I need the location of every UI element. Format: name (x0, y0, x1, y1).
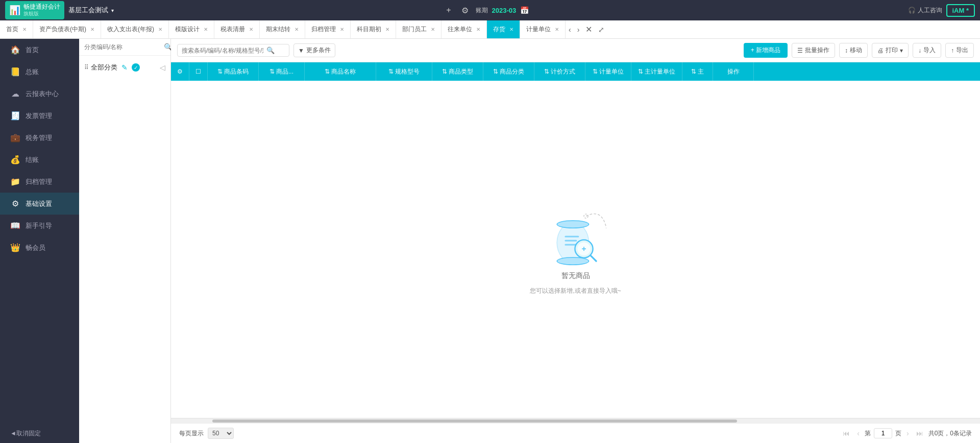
tab-balance-label: 资产负债表(中期) (39, 25, 86, 34)
sidebar-item-home-label: 首页 (26, 45, 39, 55)
page-last-button[interactable]: ⏭ (914, 428, 925, 438)
tab-period-close-close[interactable]: ✕ (295, 27, 299, 32)
tab-next-button[interactable]: › (574, 26, 583, 34)
tab-income-close[interactable]: ✕ (158, 27, 162, 32)
print-icon: 🖨 (877, 47, 884, 54)
th-pricing-label: 计价方式 (551, 67, 575, 76)
import-button[interactable]: ↓ 导入 (913, 43, 941, 58)
svg-point-7 (557, 221, 589, 227)
page-input[interactable] (874, 428, 892, 438)
tab-prev-button[interactable]: ‹ (566, 26, 574, 34)
workspace-dropdown-icon[interactable]: ▾ (111, 8, 114, 13)
th-mainunit[interactable]: ⇅ 主计量单位 (631, 62, 682, 81)
sidebar-item-ledger[interactable]: 📒 总账 (0, 61, 79, 83)
tab-tax[interactable]: 税表清册 ✕ (214, 20, 260, 38)
sidebar-item-cloud[interactable]: ☁ 云报表中心 (0, 83, 79, 105)
tab-measure-close[interactable]: ✕ (555, 27, 559, 32)
sidebar-item-tax[interactable]: 💼 税务管理 (0, 127, 79, 149)
horizontal-scrollbar[interactable] (171, 418, 980, 423)
tab-contacts[interactable]: 往来单位 ✕ (442, 20, 487, 38)
category-search-input[interactable] (84, 43, 161, 51)
tab-expand-button[interactable]: ⤢ (595, 26, 607, 34)
sidebar-item-tax-label: 税务管理 (26, 133, 52, 143)
workspace-name[interactable]: 基层工会测试 ▾ (68, 6, 439, 15)
sidebar-item-member[interactable]: 👑 畅会员 (0, 237, 79, 259)
th-settings[interactable]: ⚙ (171, 62, 189, 81)
iam-button[interactable]: iAM * (946, 4, 975, 17)
tab-home[interactable]: 首页 ✕ (0, 20, 33, 38)
sidebar-item-archive[interactable]: 📁 归档管理 (0, 171, 79, 193)
page-unit: 页 (895, 429, 901, 438)
sidebar-cancel-fixed[interactable]: ◄取消固定 (0, 424, 79, 443)
tab-inventory[interactable]: 存货 ✕ (487, 20, 520, 38)
add-tab-button[interactable]: + (443, 5, 454, 16)
scrollbar-thumb[interactable] (212, 419, 737, 423)
tab-balance-close[interactable]: ✕ (90, 27, 94, 32)
sidebar-item-invoice[interactable]: 🧾 发票管理 (0, 105, 79, 127)
tab-archive-close[interactable]: ✕ (340, 27, 344, 32)
category-edit-btn[interactable]: ✓ (132, 63, 140, 72)
settings-button[interactable]: ⚙ (458, 5, 472, 16)
page-next-button[interactable]: › (904, 428, 911, 438)
sidebar-item-checkout[interactable]: 💰 结账 (0, 149, 79, 171)
sidebar-item-guide[interactable]: 📖 新手引导 (0, 215, 79, 237)
help-button[interactable]: 🎧 人工咨询 (908, 6, 942, 15)
tab-department-close[interactable]: ✕ (431, 27, 435, 32)
th-category[interactable]: ⇅ 商品分类 (483, 62, 534, 81)
calendar-icon[interactable]: 📅 (520, 6, 529, 14)
move-button[interactable]: ↕ 移动 (839, 43, 868, 58)
page-prev-button[interactable]: ‹ (855, 428, 862, 438)
top-bar: 📊 畅捷通好会计 旗舰版 基层工会测试 ▾ + ⚙ 账期 2023-03 📅 🎧… (0, 0, 980, 20)
tab-home-close[interactable]: ✕ (22, 27, 27, 32)
tab-archive[interactable]: 归档管理 ✕ (305, 20, 351, 38)
th-name[interactable]: ⇅ 商品名称 (305, 62, 376, 81)
th-code[interactable]: ⇅ 商品... (259, 62, 305, 81)
tab-template[interactable]: 模版设计 ✕ (169, 20, 214, 38)
tab-close-all-button[interactable]: ✕ (582, 25, 595, 34)
th-unit[interactable]: ⇅ 计量单位 (585, 62, 631, 81)
tab-subject[interactable]: 科目期初 ✕ (351, 20, 396, 38)
tab-inventory-close[interactable]: ✕ (509, 27, 513, 32)
settings-icon: ⚙ (10, 199, 20, 208)
sidebar-item-settings[interactable]: ⚙ 基础设置 (0, 193, 79, 215)
tab-period-close[interactable]: 期末结转 ✕ (260, 20, 305, 38)
sidebar-item-member-label: 畅会员 (26, 243, 45, 252)
th-extra[interactable]: ⇅ 主 (682, 62, 713, 81)
sidebar-item-archive-label: 归档管理 (26, 177, 52, 186)
add-product-label: + 新增商品 (751, 46, 780, 55)
th-checkbox[interactable]: ☐ (189, 62, 208, 81)
empty-state: 暂无商品 您可以选择新增,或者直接导入哦~ (530, 204, 621, 295)
tree-grid-icon: ⠿ (84, 64, 89, 71)
product-search-input[interactable] (182, 47, 263, 54)
tab-contacts-close[interactable]: ✕ (476, 27, 480, 32)
sidebar-item-home[interactable]: 🏠 首页 (0, 39, 79, 61)
sidebar: 🏠 首页 📒 总账 ☁ 云报表中心 🧾 发票管理 💼 税务管理 💰 结账 📁 归… (0, 39, 79, 443)
batch-button[interactable]: ☰ 批量操作 (792, 43, 835, 58)
tab-income[interactable]: 收入支出表(年报) ✕ (101, 20, 169, 38)
category-edit-icon[interactable]: ✎ (121, 63, 128, 72)
product-search-icon[interactable]: 🔍 (266, 46, 275, 54)
tab-subject-close[interactable]: ✕ (385, 27, 389, 32)
svg-rect-3 (565, 236, 579, 237)
page-size-select[interactable]: 50 20 100 (208, 428, 234, 439)
more-filter-button[interactable]: ▼ 更多条件 (293, 43, 335, 57)
tab-inventory-label: 存货 (493, 25, 505, 34)
tab-tax-close[interactable]: ✕ (249, 27, 253, 32)
th-pricing[interactable]: ⇅ 计价方式 (534, 62, 585, 81)
th-barcode[interactable]: ⇅ 商品条码 (208, 62, 259, 81)
th-type[interactable]: ⇅ 商品类型 (432, 62, 483, 81)
tree-collapse-icon[interactable]: ◁ (160, 63, 165, 72)
th-spec[interactable]: ⇅ 规格型号 (376, 62, 432, 81)
export-button[interactable]: ↑ 导出 (945, 43, 974, 58)
page-first-button[interactable]: ⏮ (841, 428, 852, 438)
print-button[interactable]: 🖨 打印 ▾ (872, 43, 909, 58)
tab-template-close[interactable]: ✕ (204, 27, 208, 32)
add-product-button[interactable]: + 新增商品 (744, 43, 788, 58)
th-name-label: 商品名称 (331, 67, 356, 76)
th-type-label: 商品类型 (449, 67, 473, 76)
tab-measure[interactable]: 计量单位 ✕ (520, 20, 566, 38)
category-root-item[interactable]: ⠿ 全部分类 ✎ ✓ ◁ (79, 60, 170, 75)
tab-balance[interactable]: 资产负债表(中期) ✕ (33, 20, 101, 38)
tab-department[interactable]: 部门员工 ✕ (396, 20, 442, 38)
main-layout: 🏠 首页 📒 总账 ☁ 云报表中心 🧾 发票管理 💼 税务管理 💰 结账 📁 归… (0, 39, 980, 443)
